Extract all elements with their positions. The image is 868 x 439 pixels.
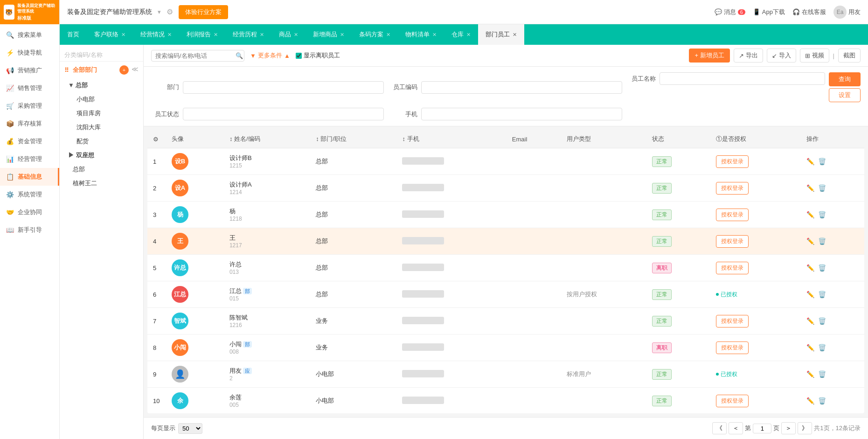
tree-item-double-seat[interactable]: ▶ 双座想 [63,148,143,162]
search-input[interactable] [155,52,234,59]
tab-close-add-goods[interactable]: ✕ [340,32,344,38]
edit-btn[interactable]: ✏️ [806,397,814,404]
tree-add-btn[interactable]: + [119,65,129,75]
tab-close-profit[interactable]: ✕ [214,32,218,38]
delete-btn[interactable]: 🗑️ [818,344,826,351]
edit-btn[interactable]: ✏️ [806,317,814,325]
tab-close-customer[interactable]: ✕ [121,32,125,38]
edit-btn[interactable]: ✏️ [806,344,814,351]
delete-btn[interactable]: 🗑️ [818,370,826,378]
tab-close-goods[interactable]: ✕ [294,32,298,38]
last-page-btn[interactable]: 》 [798,422,812,434]
view-btn[interactable]: ⊞ 视频 [800,49,829,63]
user-menu[interactable]: Ea 用友 [833,6,861,19]
tab-operations-status[interactable]: 经营情况✕ [133,24,179,45]
sidebar-item-inventory[interactable]: 📦 库存核算 [0,115,59,132]
message-btn[interactable]: 💬 消息 6 [715,8,745,16]
topbar-gear[interactable]: ⚙ [167,7,173,16]
delete-btn[interactable]: 🗑️ [818,158,826,165]
auth-button[interactable]: 授权登录 [716,395,749,407]
tab-bom[interactable]: 物料清单✕ [398,24,444,45]
tab-customer[interactable]: 客户联络✕ [87,24,133,45]
delete-btn[interactable]: 🗑️ [818,264,826,272]
tree-item-project-room[interactable]: 项目库房 [63,106,143,120]
tree-item-headquarter-group[interactable]: ▼ 总部 [63,78,143,92]
app-download-btn[interactable]: 📱 App下载 [753,8,785,16]
dept-select[interactable] [183,81,384,94]
sidebar-item-operations[interactable]: 📊 经营管理 [0,150,59,168]
tab-home[interactable]: 首页 [60,24,87,45]
tree-search-input[interactable] [64,51,143,58]
th-dept-position[interactable]: ↕ 部门/职位 [310,130,396,148]
sidebar-item-sales[interactable]: 📈 销售管理 [0,79,59,97]
sidebar-item-search[interactable]: 🔍 搜索菜单 [0,26,59,44]
auth-button[interactable]: 授权登录 [716,155,749,168]
emp-status-select[interactable] [183,108,384,120]
tree-collapse-btn[interactable]: ≪ [132,65,139,75]
sidebar-item-finance[interactable]: 💰 资金管理 [0,132,59,150]
first-page-btn[interactable]: 《 [712,422,727,434]
auth-button[interactable]: 授权登录 [716,182,749,195]
tab-close-history[interactable]: ✕ [260,32,264,38]
delete-btn[interactable]: 🗑️ [818,211,826,218]
tab-close-barcode[interactable]: ✕ [386,32,390,38]
emp-name-input[interactable] [660,72,825,85]
delete-btn[interactable]: 🗑️ [818,397,826,404]
tab-history[interactable]: 经营历程✕ [225,24,271,45]
edit-btn[interactable]: ✏️ [806,291,814,298]
tab-barcode[interactable]: 条码方案✕ [352,24,398,45]
tree-item-headquarters[interactable]: 总部 [63,162,143,176]
tab-close-bom[interactable]: ✕ [432,32,437,38]
auth-button[interactable]: 授权登录 [716,235,749,248]
experience-btn[interactable]: 体验行业方案 [179,5,228,19]
prev-page-btn[interactable]: ＜ [729,422,743,434]
auth-button[interactable]: 授权登录 [716,315,749,328]
tab-close-staff[interactable]: ✕ [513,32,517,38]
resigned-checkbox-input[interactable] [296,53,302,59]
delete-btn[interactable]: 🗑️ [818,184,826,192]
tab-profit[interactable]: 利润报告✕ [179,24,225,45]
import-btn[interactable]: ↙ 导入 [767,49,796,63]
delete-btn[interactable]: 🗑️ [818,237,826,245]
tab-close-ops[interactable]: ✕ [167,32,172,38]
sidebar-item-system[interactable]: ⚙️ 系统管理 [0,186,59,203]
sidebar-item-guide[interactable]: 📖 新手引导 [0,221,59,239]
sidebar-item-quick-nav[interactable]: ⚡ 快捷导航 [0,44,59,62]
delete-btn[interactable]: 🗑️ [818,317,826,325]
emp-code-input[interactable] [421,81,622,94]
auth-button[interactable]: 授权登录 [716,262,749,274]
edit-btn[interactable]: ✏️ [806,370,814,378]
search-btn[interactable]: 查询 [829,72,861,86]
tab-add-goods[interactable]: 新增商品✕ [306,24,352,45]
export-btn[interactable]: ↗ 导出 [734,49,763,63]
more-conditions-btn[interactable]: ▼ 更多条件 ▲ [250,51,290,60]
sidebar-item-purchase[interactable]: 🛒 采购管理 [0,97,59,115]
online-support-btn[interactable]: 🎧 在线客服 [792,8,826,16]
th-settings[interactable]: ⚙ [147,130,166,148]
sidebar-item-basic-info[interactable]: 📋 基础信息 [0,168,59,186]
auth-button[interactable]: 授权登录 [716,209,749,221]
edit-btn[interactable]: ✏️ [806,264,814,272]
tree-item-small-elec[interactable]: 小电部 [63,92,143,106]
auth-button[interactable]: 授权登录 [716,341,749,354]
screenshot-btn[interactable]: 截图 [838,49,861,63]
tree-item-shenyang[interactable]: 沈阳大库 [63,120,143,134]
edit-btn[interactable]: ✏️ [806,158,814,165]
tree-item-distribution[interactable]: 配货 [63,134,143,148]
settings-btn[interactable]: 设置 [829,88,861,102]
show-resigned-checkbox[interactable]: 显示离职员工 [296,51,340,60]
tab-warehouse[interactable]: 仓库✕ [444,24,478,45]
add-employee-btn[interactable]: + 新增员工 [689,49,729,63]
next-page-btn[interactable]: ＞ [781,422,796,434]
tab-goods[interactable]: 商品✕ [271,24,306,45]
edit-btn[interactable]: ✏️ [806,211,814,218]
edit-btn[interactable]: ✏️ [806,184,814,192]
sidebar-item-enterprise[interactable]: 🤝 企业协同 [0,203,59,221]
tab-close-warehouse[interactable]: ✕ [466,32,471,38]
page-number-input[interactable] [753,424,771,433]
th-phone[interactable]: ↕ 手机 [396,130,506,148]
tab-staff[interactable]: 部门员工✕ [478,24,524,45]
tree-item-plant-king[interactable]: 植树王二 [63,176,143,190]
th-name-code[interactable]: ↕ 姓名/编码 [224,130,310,148]
phone-input[interactable] [421,108,622,120]
